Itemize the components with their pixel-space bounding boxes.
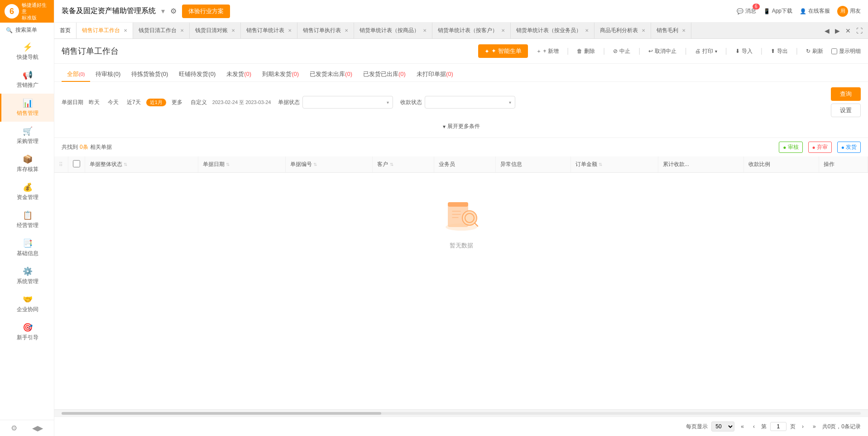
subtab-pending-check[interactable]: 待拣货验货(0) [126, 67, 173, 82]
horizontal-scrollbar[interactable] [54, 409, 868, 417]
stop-btn[interactable]: ⊘ 中止 [609, 45, 635, 58]
col-customer[interactable]: 客户 ⇅ [373, 156, 434, 173]
message-action[interactable]: 💬 消息 6 [737, 7, 756, 15]
last-page-btn[interactable]: » [810, 422, 819, 431]
sidebar-item-marketing[interactable]: 📢 营销推广 [0, 66, 54, 94]
col-date-sort-icon[interactable]: ⇅ [226, 162, 230, 167]
subtab-shipped-out[interactable]: 已发货已出库(0) [358, 67, 411, 82]
export-btn[interactable]: ⬆ 导出 [766, 45, 792, 58]
tab-nav-next[interactable]: ▶ [833, 25, 842, 36]
prev-page-btn[interactable]: ‹ [750, 422, 758, 431]
tab-close-cash-daily[interactable]: ✕ [180, 28, 184, 33]
tab-nav-prev[interactable]: ◀ [823, 25, 831, 36]
approve-btn[interactable]: ● 审核 [779, 142, 802, 153]
tab-close-summary-product[interactable]: ✕ [423, 28, 427, 33]
tab-margin-analysis[interactable]: 商品毛利分析表 ✕ [595, 23, 651, 39]
next-page-btn[interactable]: › [799, 422, 806, 431]
print-btn[interactable]: 🖨 打印 ▾ [691, 45, 722, 58]
tab-sales-workbench[interactable]: 销售订单工作台 ✕ [77, 23, 133, 39]
tab-close-margin-analysis[interactable]: ✕ [642, 28, 645, 33]
per-page-select[interactable]: 50 20 100 [711, 422, 734, 431]
date-btn-yesterday[interactable]: 昨天 [86, 98, 102, 107]
subtab-pending-review[interactable]: 待审核(0) [90, 67, 126, 82]
tab-home[interactable]: 首页 [54, 23, 77, 39]
page-input[interactable] [770, 422, 786, 431]
sidebar-item-sales[interactable]: 📊 销售管理 [0, 94, 54, 122]
tab-sales-stats[interactable]: 销售订单统计表 ✕ [241, 23, 297, 39]
date-btn-custom[interactable]: 自定义 [188, 98, 210, 107]
date-btn-7days[interactable]: 近7天 [124, 98, 144, 107]
tab-close-sales-workbench[interactable]: ✕ [124, 28, 127, 33]
subtab-shipped-not-out[interactable]: 已发货未出库(0) [304, 67, 358, 82]
col-salesperson[interactable]: 业务员 [434, 156, 496, 173]
col-collected[interactable]: 累计收款... [658, 156, 744, 173]
sidebar-item-purchase[interactable]: 🛒 采购管理 [0, 122, 54, 150]
tab-close-summary-staff[interactable]: ✕ [585, 28, 589, 33]
tab-sales-summary-customer[interactable]: 销货单统计表（按客户） ✕ [432, 23, 511, 39]
cancel-stop-btn[interactable]: ↩ 取消中止 [644, 45, 681, 58]
scrollbar-track[interactable] [62, 412, 861, 415]
payment-select[interactable]: ▾ [425, 96, 515, 109]
import-btn[interactable]: ⬇ 导入 [731, 45, 757, 58]
col-status[interactable]: 单据整体状态 ⇅ [85, 156, 198, 173]
subtab-overdue[interactable]: 到期未发货(0) [257, 67, 304, 82]
add-order-btn[interactable]: ＋ + 新增 [532, 45, 563, 58]
date-btn-more[interactable]: 更多 [169, 98, 185, 107]
sidebar-item-quick-nav[interactable]: ⚡ 快捷导航 [0, 38, 54, 66]
col-date[interactable]: 单据日期 ⇅ [198, 156, 285, 173]
subtab-all[interactable]: 全部(0) [62, 67, 90, 82]
table-scroll-container[interactable]: ⠿ 单据整体状态 ⇅ 单据日期 [54, 156, 868, 409]
ship-btn[interactable]: ● 发货 [837, 142, 861, 153]
show-detail-checkbox[interactable] [831, 48, 837, 54]
date-btn-today[interactable]: 今天 [105, 98, 121, 107]
user-menu[interactable]: 用 用友 [837, 6, 861, 17]
sidebar-item-inventory[interactable]: 📦 库存核算 [0, 150, 54, 178]
col-abnormal[interactable]: 异常信息 [496, 156, 571, 173]
tab-close-sales-stats[interactable]: ✕ [288, 28, 292, 33]
tab-close-cash-reconcile[interactable]: ✕ [231, 28, 235, 33]
online-service-action[interactable]: 👤 在线客服 [800, 7, 830, 15]
smart-order-btn[interactable]: ✦ ✦ 智能生单 [478, 44, 528, 58]
subtab-wangpu-pending[interactable]: 旺铺待发货(0) [173, 67, 221, 82]
set-btn[interactable]: 设置 [831, 104, 861, 117]
sidebar-item-cooperation[interactable]: 🤝 企业协同 [0, 290, 54, 318]
sidebar-item-system[interactable]: ⚙️ 系统管理 [0, 262, 54, 290]
tab-close-sales-profit[interactable]: ✕ [682, 28, 686, 33]
date-btn-1month[interactable]: 近1月 [146, 99, 166, 106]
status-select[interactable]: ▾ [302, 96, 393, 109]
col-amount[interactable]: 订单金额 ⇅ [571, 156, 658, 173]
tab-cash-reconcile[interactable]: 钱货日清对账 ✕ [190, 23, 241, 39]
subtab-not-shipped[interactable]: 未发货(0) [221, 67, 257, 82]
col-amount-sort-icon[interactable]: ⇅ [599, 162, 602, 167]
tab-sales-summary-staff[interactable]: 销货单统计表（按业务员） ✕ [511, 23, 595, 39]
sidebar-item-finance[interactable]: 💰 资金管理 [0, 178, 54, 206]
expand-filter-btn[interactable]: ▾ 展开更多条件 [439, 121, 484, 132]
reject-btn[interactable]: ● 弃审 [808, 142, 832, 153]
delete-btn[interactable]: 🗑 删除 [572, 45, 599, 58]
scrollbar-thumb[interactable] [62, 412, 381, 415]
col-customer-sort-icon[interactable]: ⇅ [390, 162, 393, 167]
settings-bottom-btn[interactable]: ⚙ [11, 424, 17, 432]
tab-cash-daily[interactable]: 钱货日清工作台 ✕ [133, 23, 190, 39]
subtab-not-printed[interactable]: 未打印单据(0) [411, 67, 459, 82]
col-checkbox[interactable] [68, 156, 85, 173]
app-download-action[interactable]: 📱 App下载 [763, 7, 792, 15]
col-number[interactable]: 单据编号 ⇅ [285, 156, 373, 173]
tab-close-summary-customer[interactable]: ✕ [501, 28, 505, 33]
industry-btn[interactable]: 体验行业方案 [182, 5, 230, 18]
tab-nav-fullscreen[interactable]: ⛶ [854, 25, 864, 36]
first-page-btn[interactable]: « [738, 422, 747, 431]
col-number-sort-icon[interactable]: ⇅ [313, 162, 317, 167]
col-status-sort-icon[interactable]: ⇅ [124, 162, 127, 167]
sidebar-item-basic-info[interactable]: 📑 基础信息 [0, 234, 54, 262]
refresh-btn[interactable]: ↻ 刷新 [801, 45, 828, 58]
tab-sales-profit[interactable]: 销售毛利 ✕ [651, 23, 691, 39]
show-detail-checkbox-label[interactable]: 显示明细 [831, 47, 861, 55]
tab-sales-summary-product[interactable]: 销货单统计表（按商品） ✕ [354, 23, 432, 39]
sidebar-item-guide[interactable]: 🎯 新手引导 [0, 318, 54, 346]
settings-gear-btn[interactable]: ⚙ [170, 7, 177, 15]
sidebar-item-operations[interactable]: 📋 经营管理 [0, 206, 54, 234]
sidebar-item-search[interactable]: 🔍 搜索菜单 [0, 23, 54, 38]
tab-sales-exec[interactable]: 销售订单执行表 ✕ [297, 23, 354, 39]
tab-nav-close[interactable]: ✕ [844, 25, 853, 36]
